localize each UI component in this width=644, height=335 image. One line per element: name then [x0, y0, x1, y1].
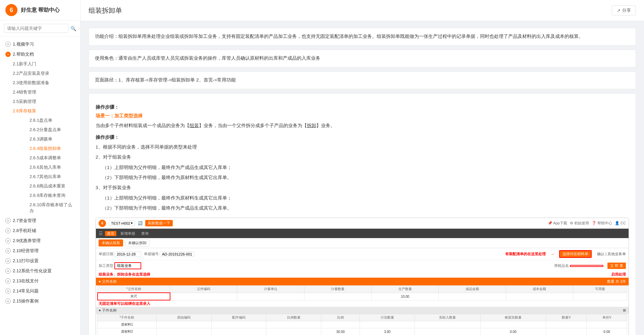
- sim-form-row: 单据日期 2019-12-28 单据编号 AD-20191226-001 有装配…: [96, 248, 629, 260]
- sim-section-top: ● 父件名称 数量 共 1件: [96, 278, 629, 285]
- sidebar-item-2-10[interactable]: + 2.10经营管理: [0, 246, 80, 256]
- search-bar[interactable]: 🔍: [0, 20, 80, 37]
- ops-title: 操作步骤：: [96, 104, 629, 110]
- sim-th-avail: 可用量: [573, 286, 627, 293]
- sim-top-cell-unit: [237, 293, 304, 300]
- sidebar-cat-label: 2.8手机旺铺: [13, 228, 36, 234]
- sim-br2-c7: [415, 328, 480, 335]
- sidebar-item-2-6-8[interactable]: 2.6.8商品成本重算: [17, 181, 80, 191]
- expand-icon-215: +: [5, 298, 11, 304]
- sidebar-nav: + 1.视频学习 − 2.帮助文档 2.1新手入门 2.2产品安装及登录 2.3…: [0, 37, 80, 335]
- expand-icon-29: +: [5, 238, 11, 243]
- sidebar-item-2-6[interactable]: 2.6库存核算: [0, 106, 80, 116]
- sim-top-cell-prod: 10.00: [372, 293, 439, 300]
- sidebar-item-2-14[interactable]: + 2.14常见问题: [0, 286, 80, 296]
- sidebar-item-2-9[interactable]: + 2.9优惠券管理: [0, 236, 80, 246]
- sidebar-item-2-6-6[interactable]: 2.6.6其他入库单: [17, 163, 80, 172]
- sim-th-prod: 生产数量: [372, 286, 439, 293]
- sim-th-fname: *父件名称: [98, 286, 170, 293]
- sim-callout-3: 组装业务、拆卸业务在这里选择: [99, 272, 150, 277]
- sim-top-table-wrap: *父件名称 父件编码 计量单位 计量数量 生产数量 成品金额 成本金额 可用量: [96, 285, 629, 300]
- logo-icon: 6: [5, 4, 17, 16]
- search-button[interactable]: 🔍: [70, 26, 76, 31]
- sim-top-cell-cost: [506, 293, 573, 300]
- main-area: 组装拆卸单 ↗ 分享 功能介绍：组装拆卸单用来处理企业组装或拆卸等加工业务，支持…: [80, 0, 644, 335]
- sidebar-item-2-12[interactable]: + 2.12系统个性化设置: [0, 266, 80, 276]
- sidebar-item-2-6-4[interactable]: 2.6.4组装拆卸单: [17, 144, 80, 153]
- step-3-1: （1）上部明细为父件明细，最终作为原材料生成其它出库单；: [96, 194, 629, 202]
- scenario-1-title: 场景一：加工类型选择: [96, 113, 629, 119]
- sidebar-item-2-6-3[interactable]: 2.6.3调拨单: [17, 134, 80, 144]
- sim-br2-c1: 原材料2: [98, 328, 157, 335]
- sidebar-item-2-6-5[interactable]: 2.6.5成本调整单: [17, 153, 80, 163]
- sim-nav-home: 首页: [105, 231, 116, 236]
- sidebar-item-2-7[interactable]: + 2.7资金管理: [0, 216, 80, 226]
- sidebar-item-2-6-1[interactable]: 2.6.1盘点单: [17, 116, 80, 125]
- sim-bth-4: 比例数量: [266, 314, 321, 321]
- collapse-icon-2: −: [5, 52, 11, 57]
- sim-confirm-icons: 确认 | 其他业务单: [597, 252, 626, 257]
- sidebar-cat-label: 2.12系统个性化设置: [13, 268, 52, 274]
- sim-bth-6: 计划数量: [360, 314, 415, 321]
- sim-callout-5-row: 无固定清单可以组绑在这里录入: [96, 300, 629, 307]
- sim-bottom-row-1: 原材料1: [98, 321, 627, 328]
- sidebar-item-2-6-9[interactable]: 2.6.9库存账本查询: [17, 191, 80, 200]
- sim-field-date: 单据日期 2019-12-28: [99, 252, 141, 257]
- expand-icon-214: +: [5, 288, 11, 294]
- sidebar: 6 好生意 帮助中心 🔍 + 1.视频学习 − 2.帮助文档 2.1新手入门 2…: [0, 0, 80, 335]
- sidebar-item-2-2[interactable]: 2.2产品安装及登录: [0, 69, 80, 78]
- sim-br2-c8: 0.00: [480, 328, 546, 335]
- sidebar-item-2-11[interactable]: + 2.11打印设置: [0, 256, 80, 266]
- sim-top-cell-qty: [304, 293, 371, 300]
- sim-icon-4: 👤 CC: [615, 221, 626, 225]
- sim-nav-new: 新增单据: [118, 231, 137, 236]
- intro-text-1: 功能介绍：组装拆卸单用来处理企业组装或拆卸等加工业务，支持有固定装配清单的产品加…: [95, 34, 583, 39]
- sim-br2-c2: [157, 328, 212, 335]
- sim-bottom-row-2: 原材料2 30.00 3.00 0.00: [98, 328, 627, 335]
- sidebar-cat-label: 2.7资金管理: [13, 218, 36, 224]
- sim-type-val: 组装业务: [114, 262, 141, 269]
- sim-br1-c7: [415, 321, 480, 328]
- sim-callout-1: 有装配清单的在这里处理: [505, 252, 546, 257]
- sidebar-item-2-6-2[interactable]: 2.6.2分量盘点单: [17, 125, 80, 134]
- search-input[interactable]: [4, 24, 68, 33]
- sim-bth-3: 配件编码: [211, 314, 266, 321]
- sim-toolbar: 未确认组装 未确认拆卸: [96, 238, 629, 248]
- chaiqian-text: 拆卸: [307, 123, 316, 128]
- sidebar-item-2-5[interactable]: 2.5采购管理: [0, 97, 80, 106]
- sim-btn-unconfirmed-disassembly: 未确认拆卸: [125, 239, 150, 246]
- sim-search-label: 弹框品名: [554, 263, 569, 268]
- sidebar-item-2-6-10[interactable]: 2.6.10库存账本错了么办: [17, 200, 80, 216]
- sidebar-item-docs[interactable]: − 2.帮助文档: [0, 49, 80, 59]
- sidebar-item-2-15[interactable]: + 2.15操作案例: [0, 296, 80, 306]
- sim-th-amount: 成品金额: [439, 286, 506, 293]
- sim-select-material-btn: 选择对应材料单: [559, 250, 592, 258]
- sim-icon-1: 📌 App下载: [548, 221, 567, 226]
- sim-num-label: 单据编号: [144, 252, 159, 257]
- sim-refresh-btn: 刷新数据一下: [145, 220, 173, 226]
- sim-br2-c9: [546, 328, 587, 335]
- sidebar-item-2-13[interactable]: + 2.13在线支付: [0, 276, 80, 286]
- sidebar-item-2-6-7[interactable]: 2.6.7其他出库单: [17, 172, 80, 181]
- share-button[interactable]: ↗ 分享: [612, 5, 636, 15]
- step-2-1: （1）上部明细为父件明细，最终作为产成品生成其它入库单；: [96, 164, 629, 172]
- sidebar-cat-label: 2.9优惠券管理: [13, 238, 41, 244]
- sim-logo: 6: [99, 220, 106, 227]
- share-label: 分享: [622, 7, 631, 13]
- sim-top-icons: 📌 App下载 ⚙ 初始使用 ❓ 帮助中心 👤 CC: [548, 221, 626, 226]
- sidebar-item-2-8[interactable]: + 2.8手机旺铺: [0, 226, 80, 236]
- breadcrumb-block: 页面路径：1、库存核算->库存管理->组装拆卸单 2、首页->常用功能: [89, 71, 636, 89]
- sim-th-unit: 计量单位: [237, 286, 304, 293]
- sidebar-cat-label: 2.13在线支付: [13, 278, 39, 284]
- sidebar-item-video[interactable]: + 1.视频学习: [0, 39, 80, 49]
- sim-br1-c8: [480, 321, 546, 328]
- screenshot-area: 6 TEST-H002 ▾ 🔄 刷新数据一下 📌 App下载 ⚙ 初始使用 ❓ …: [96, 218, 629, 335]
- logo-area: 6 好生意 帮助中心: [0, 0, 80, 20]
- sim-top-table: *父件名称 父件编码 计量单位 计量数量 生产数量 成品金额 成本金额 可用量: [97, 285, 627, 300]
- dropdown-icon: ▾: [131, 221, 133, 225]
- sidebar-item-2-4[interactable]: 2.4销售管理: [0, 88, 80, 97]
- sidebar-item-2-3[interactable]: 2.3使用前数据准备: [0, 78, 80, 88]
- sidebar-item-2-1[interactable]: 2.1新手入门: [0, 59, 80, 69]
- sim-bth-5: 比例: [321, 314, 360, 321]
- sim-bth-10: 单价V: [587, 314, 627, 321]
